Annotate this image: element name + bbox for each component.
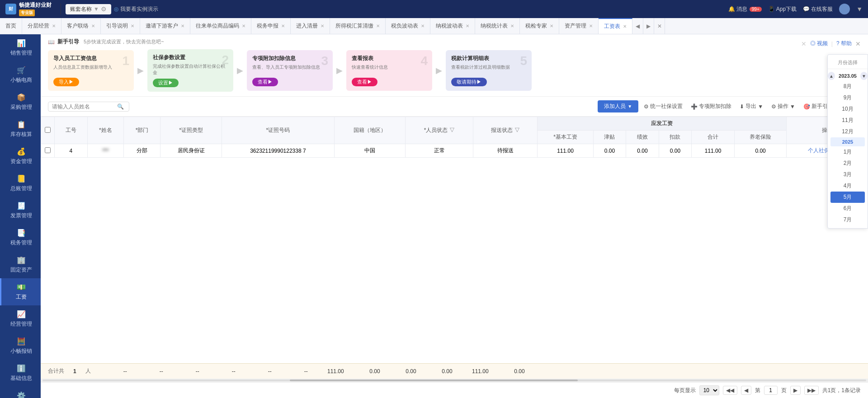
- sidebar-item-purchase[interactable]: 📦 采购管理: [0, 89, 41, 116]
- select-all-checkbox[interactable]: [45, 127, 51, 133]
- video-link[interactable]: ◎ 视频: [810, 40, 828, 47]
- tab-clearance[interactable]: 进入清册 ✕: [291, 18, 330, 34]
- tab-customer[interactable]: 客户联络 ✕: [61, 18, 101, 34]
- personal-insurance-btn[interactable]: 个人社保: [808, 147, 830, 154]
- tab-invite[interactable]: 邀请下游客户 ✕: [140, 18, 190, 34]
- step5-btn[interactable]: 敬请期待▶: [451, 78, 487, 86]
- tab-payroll[interactable]: 工资表 ✕: [599, 18, 632, 34]
- user-menu-icon[interactable]: ▼: [856, 5, 863, 13]
- tab-close-stats[interactable]: ✕: [510, 23, 514, 28]
- search-icon[interactable]: 🔍: [117, 103, 124, 110]
- tab-close-assets[interactable]: ✕: [589, 23, 593, 28]
- tab-close-tax[interactable]: ✕: [281, 23, 285, 28]
- user-avatar[interactable]: [839, 4, 850, 14]
- account-selector[interactable]: 账套名称 ▼ ⚙: [66, 4, 111, 14]
- month-9[interactable]: 9月: [828, 92, 868, 103]
- guide-banner-close[interactable]: ✕: [855, 40, 861, 47]
- sidebar-item-tax[interactable]: 📑 税务管理: [0, 224, 41, 251]
- month-11[interactable]: 11月: [828, 115, 868, 126]
- first-page-btn[interactable]: ◀◀: [723, 386, 737, 395]
- tab-close-wave[interactable]: ✕: [466, 23, 469, 28]
- sidebar-item-payroll[interactable]: 💵 工资: [0, 278, 41, 305]
- sidebar-item-system[interactable]: ⚙️ 系统管理: [0, 387, 41, 398]
- tab-close-clearance[interactable]: ✕: [321, 23, 324, 28]
- tab-income-tax[interactable]: 所得税汇算清缴 ✕: [330, 18, 386, 34]
- month-12[interactable]: 12月: [828, 126, 868, 137]
- horizontal-scrollbar[interactable]: [41, 379, 868, 382]
- tab-close-product[interactable]: ✕: [242, 23, 245, 28]
- month-1[interactable]: 1月: [828, 146, 868, 158]
- status-filter-icon[interactable]: ▽: [449, 127, 455, 133]
- page-number-input[interactable]: [764, 386, 778, 395]
- tab-tax-expert[interactable]: 税检专家 ✕: [520, 18, 559, 34]
- tab-home[interactable]: 首页: [0, 18, 22, 34]
- tab-close-expert[interactable]: ✕: [550, 23, 553, 28]
- sidebar-item-funds[interactable]: 💰 资金管理: [0, 143, 41, 170]
- month-4[interactable]: 4月: [828, 180, 868, 192]
- tab-close-payroll[interactable]: ✕: [623, 24, 627, 29]
- settings-icon[interactable]: ⚙: [101, 5, 107, 13]
- prev-page-btn[interactable]: ◀: [741, 386, 751, 395]
- month-8[interactable]: 8月: [828, 81, 868, 92]
- report-filter-icon[interactable]: ▽: [514, 127, 520, 133]
- tab-close-burden[interactable]: ✕: [421, 23, 425, 28]
- demo-link[interactable]: ◎ 我要看实例演示: [114, 5, 158, 13]
- guide-icon-toolbar: 🎯: [803, 103, 810, 110]
- sidebar-item-inventory[interactable]: 📋 库存核算: [0, 116, 41, 143]
- tab-close-income[interactable]: ✕: [376, 23, 380, 28]
- unified-social-insurance-btn[interactable]: ⚙ 统一社保设置: [641, 101, 685, 112]
- step4-btn[interactable]: 查看▶: [352, 78, 377, 86]
- row-checkbox[interactable]: [45, 147, 51, 153]
- sidebar-item-expense[interactable]: 🧮 小畅报销: [0, 332, 41, 360]
- month-10[interactable]: 10月: [828, 103, 868, 115]
- tab-guide[interactable]: 引导说明 ✕: [101, 18, 140, 34]
- tab-tax-wave[interactable]: 纳税波动表 ✕: [430, 18, 475, 34]
- step1-btn[interactable]: 导入▶: [53, 78, 79, 86]
- add-person-btn[interactable]: 添加人员 ▼: [598, 100, 638, 112]
- messages-btn[interactable]: 🔔 消息 99+: [728, 5, 762, 13]
- tab-next-btn[interactable]: ▶: [643, 18, 654, 34]
- search-input[interactable]: [52, 103, 115, 110]
- tab-close-invite[interactable]: ✕: [181, 23, 184, 28]
- tab-layered-mgmt[interactable]: 分层经营 ✕: [22, 18, 61, 34]
- sidebar-item-ledger[interactable]: 📒 总账管理: [0, 170, 41, 197]
- month-6[interactable]: 6月: [828, 203, 868, 214]
- guide-close-icon[interactable]: ✕: [801, 40, 807, 47]
- month-year-down[interactable]: ▼: [860, 72, 868, 80]
- sidebar-item-basic-info[interactable]: ℹ️ 基础信息: [0, 360, 41, 387]
- help-link[interactable]: ? 帮助: [836, 40, 852, 47]
- month-5-active[interactable]: 5月: [830, 192, 865, 203]
- operations-btn[interactable]: ⚙ 操作 ▼: [769, 101, 798, 112]
- tab-tax-burden[interactable]: 税负波动表 ✕: [386, 18, 430, 34]
- search-box[interactable]: 🔍: [48, 102, 129, 112]
- export-btn[interactable]: ⬇ 导出 ▼: [737, 101, 766, 112]
- sidebar-item-invoice[interactable]: 🧾 发票管理: [0, 197, 41, 224]
- sidebar-item-ecommerce[interactable]: 🛒 小畅电商: [0, 61, 41, 89]
- tab-close-guide[interactable]: ✕: [131, 23, 134, 28]
- sidebar-item-sales[interactable]: 📊 销售管理: [0, 34, 41, 61]
- step3-btn[interactable]: 查看▶: [252, 78, 278, 86]
- th-select-all[interactable]: [41, 117, 55, 144]
- month-year-up[interactable]: ▲: [828, 72, 835, 80]
- tab-product-code[interactable]: 往来单位商品编码 ✕: [190, 18, 251, 34]
- tab-close-layered[interactable]: ✕: [52, 23, 56, 28]
- month-2[interactable]: 2月: [828, 158, 868, 169]
- tab-tax-stats[interactable]: 纳税统计表 ✕: [475, 18, 520, 34]
- tab-close-all-btn[interactable]: ✕: [654, 18, 665, 34]
- special-deduction-btn[interactable]: ➕ 专项附加扣除: [688, 101, 734, 112]
- month-3[interactable]: 3月: [828, 169, 868, 180]
- tab-tax-report[interactable]: 税务申报 ✕: [251, 18, 291, 34]
- row-checkbox-cell[interactable]: [41, 144, 55, 158]
- step2-btn[interactable]: 设置▶: [153, 79, 179, 87]
- month-7[interactable]: 7月: [828, 214, 868, 225]
- online-service-btn[interactable]: 💬 在线客服: [803, 5, 833, 13]
- page-size-select[interactable]: 10 20 50: [699, 385, 719, 395]
- next-page-btn[interactable]: ▶: [790, 386, 801, 395]
- tab-assets[interactable]: 资产管理 ✕: [559, 18, 599, 34]
- tab-prev-btn[interactable]: ◀: [632, 18, 643, 34]
- sidebar-item-operations[interactable]: 📈 经营管理: [0, 305, 41, 332]
- tab-close-customer[interactable]: ✕: [91, 23, 95, 28]
- last-page-btn[interactable]: ▶▶: [804, 386, 819, 395]
- app-download-btn[interactable]: 📱 App下载: [768, 5, 797, 13]
- sidebar-item-fixed-assets[interactable]: 🏢 固定资产: [0, 251, 41, 278]
